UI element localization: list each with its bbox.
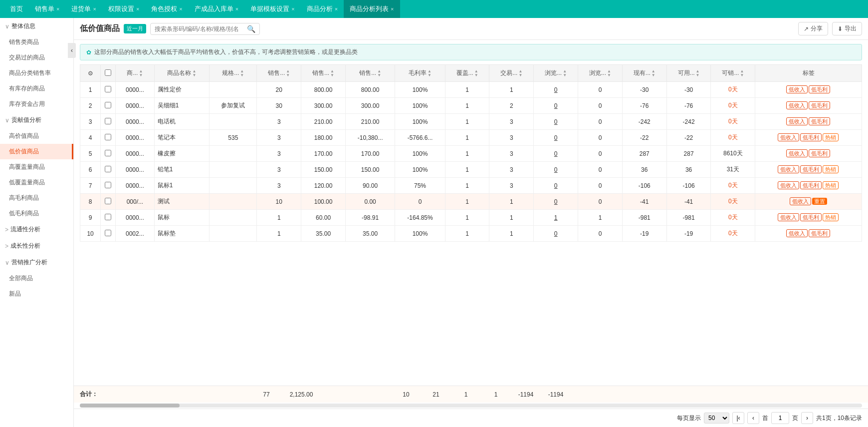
row-name[interactable]: 铅笔1 [154, 162, 210, 178]
scroll-thumb[interactable] [80, 404, 180, 408]
sidebar-group-marketing[interactable]: ∨ 营销推广分析 [0, 254, 73, 271]
row-checkbox[interactable] [101, 226, 116, 242]
close-icon[interactable]: × [391, 6, 394, 12]
row-select-checkbox[interactable] [105, 230, 111, 236]
row-checkbox[interactable] [101, 194, 116, 210]
row-name[interactable]: 鼠标垫 [154, 226, 210, 242]
share-button[interactable]: ↗ 分享 [798, 22, 828, 35]
sidebar-item-low-margin[interactable]: 低毛利商品 [0, 206, 73, 221]
sidebar-item-high-margin[interactable]: 高毛利商品 [0, 190, 73, 206]
row-views1[interactable]: 0 [534, 162, 578, 178]
close-icon[interactable]: × [235, 6, 238, 12]
row-select-checkbox[interactable] [105, 134, 111, 140]
scroll-track[interactable] [80, 404, 862, 408]
col-sales-avg[interactable]: 销售...▲▼ [345, 65, 395, 82]
row-select-checkbox[interactable] [105, 102, 111, 108]
row-views1[interactable]: 0 [534, 178, 578, 194]
select-all-checkbox[interactable] [105, 69, 111, 76]
sidebar-item-high-value[interactable]: 高价值商品 [0, 128, 73, 144]
sidebar-group-overall[interactable]: ∨ 整体信息 [0, 18, 73, 34]
row-select-checkbox[interactable] [105, 86, 111, 92]
col-views1[interactable]: 浏览...▲▼ [534, 65, 578, 82]
row-views1[interactable]: 0 [534, 226, 578, 242]
col-code[interactable]: 商...▲▼ [116, 65, 155, 82]
nav-product-instock[interactable]: 产成品入库单 × [189, 0, 244, 18]
time-range-badge[interactable]: 近一月 [124, 24, 146, 33]
close-icon[interactable]: × [56, 6, 59, 12]
sidebar-group-circulation[interactable]: > 流通性分析 [0, 221, 73, 238]
row-name[interactable]: 笔记本 [154, 130, 210, 146]
sidebar-item-sales-products[interactable]: 销售类商品 [0, 34, 73, 50]
first-page-button[interactable]: |‹ [732, 412, 744, 424]
col-views2[interactable]: 浏览...▲▼ [578, 65, 623, 82]
nav-permissions[interactable]: 权限设置 × [102, 0, 145, 18]
sidebar-item-all-products[interactable]: 全部商品 [0, 271, 73, 286]
sidebar-item-traded-products[interactable]: 交易过的商品 [0, 50, 73, 65]
row-views1[interactable]: 1 [534, 210, 578, 226]
row-name[interactable]: 鼠标1 [154, 178, 210, 194]
nav-home[interactable]: 首页 [4, 0, 29, 18]
row-name[interactable]: 鼠标 [154, 210, 210, 226]
nav-sales-order[interactable]: 销售单 × [29, 0, 65, 18]
close-icon[interactable]: × [179, 6, 182, 12]
nav-product-analysis[interactable]: 商品分析 × [301, 0, 344, 18]
row-select-checkbox[interactable] [105, 118, 111, 124]
close-icon[interactable]: × [291, 6, 294, 12]
row-checkbox[interactable] [101, 162, 116, 178]
search-icon[interactable]: 🔍 [247, 25, 255, 33]
export-button[interactable]: ⬇ 导出 [832, 22, 862, 35]
col-settings[interactable]: ⚙ [80, 65, 101, 82]
col-sellable[interactable]: 可销...▲▼ [711, 65, 755, 82]
close-icon[interactable]: × [93, 6, 96, 12]
prev-page-button[interactable]: ‹ [747, 412, 759, 424]
row-views1[interactable]: 0 [534, 114, 578, 130]
row-views1[interactable]: 0 [534, 82, 578, 98]
sidebar-collapse-button[interactable]: ‹ [68, 43, 76, 58]
nav-product-analysis-list[interactable]: 商品分析列表 × [344, 0, 400, 18]
row-select-checkbox[interactable] [105, 182, 111, 188]
col-select-all[interactable] [101, 65, 116, 82]
row-name[interactable]: 属性定价 [154, 82, 210, 98]
row-views1[interactable]: 0 [534, 98, 578, 114]
sidebar-group-growth[interactable]: > 成长性分析 [0, 238, 73, 254]
col-coverage[interactable]: 覆盖...▲▼ [445, 65, 489, 82]
page-number-input[interactable] [771, 412, 789, 424]
row-select-checkbox[interactable] [105, 150, 111, 156]
row-views1[interactable]: 0 [534, 194, 578, 210]
row-name[interactable]: 电话机 [154, 114, 210, 130]
search-input[interactable] [155, 25, 247, 32]
sidebar-item-stock-products[interactable]: 有库存的商品 [0, 81, 73, 96]
col-spec[interactable]: 规格...▲▼ [210, 65, 257, 82]
row-name[interactable]: 吴细细1 [154, 98, 210, 114]
col-sales-amount[interactable]: 销售...▲▼ [301, 65, 346, 82]
row-checkbox[interactable] [101, 98, 116, 114]
nav-template-settings[interactable]: 单据模板设置 × [244, 0, 300, 18]
row-select-checkbox[interactable] [105, 198, 111, 204]
col-name[interactable]: 商品名称▲▼ [154, 65, 210, 82]
col-transactions[interactable]: 交易...▲▼ [489, 65, 534, 82]
row-checkbox[interactable] [101, 130, 116, 146]
page-size-select[interactable]: 50 100 200 [704, 413, 729, 424]
next-page-button[interactable]: › [801, 412, 813, 424]
col-current-stock[interactable]: 现有...▲▼ [622, 65, 666, 82]
sidebar-item-category-sales-rate[interactable]: 商品分类销售率 [0, 65, 73, 81]
sidebar-item-new-products[interactable]: 新品 [0, 286, 73, 302]
row-select-checkbox[interactable] [105, 214, 111, 220]
sidebar-item-low-value[interactable]: 低价值商品 [0, 144, 73, 159]
row-checkbox[interactable] [101, 114, 116, 130]
row-checkbox[interactable] [101, 146, 116, 162]
col-sales-qty[interactable]: 销售...▲▼ [257, 65, 301, 82]
sidebar-group-contribution[interactable]: ∨ 贡献值分析 [0, 112, 73, 128]
col-margin[interactable]: 毛利率▲▼ [395, 65, 445, 82]
row-views1[interactable]: 0 [534, 146, 578, 162]
row-views1[interactable]: 0 [534, 130, 578, 146]
row-checkbox[interactable] [101, 82, 116, 98]
row-select-checkbox[interactable] [105, 166, 111, 172]
close-icon[interactable]: × [136, 6, 139, 12]
close-icon[interactable]: × [335, 6, 338, 12]
nav-roles[interactable]: 角色授权 × [145, 0, 188, 18]
row-name[interactable]: 测试 [154, 194, 210, 210]
sidebar-item-low-coverage[interactable]: 低覆盖量商品 [0, 175, 73, 190]
nav-purchase-order[interactable]: 进货单 × [65, 0, 102, 18]
sidebar-item-stock-capital[interactable]: 库存资金占用 [0, 96, 73, 112]
